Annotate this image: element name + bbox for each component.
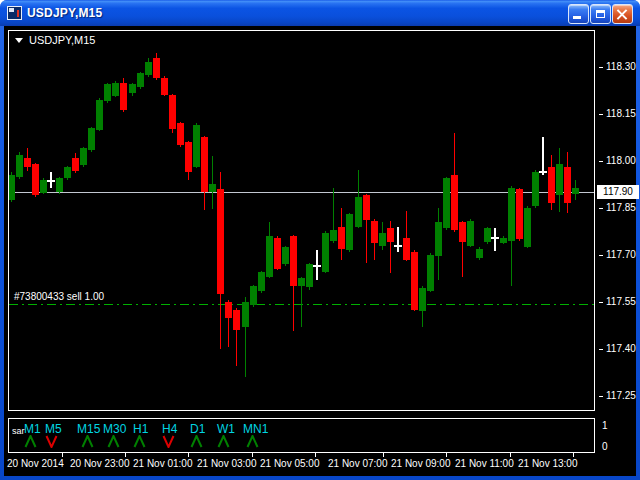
candle-body (427, 255, 434, 291)
candle-body (290, 236, 297, 286)
candle-body (500, 238, 507, 243)
time-axis-tick (125, 453, 126, 457)
candle-body (306, 264, 313, 287)
candle-body (24, 158, 31, 167)
candle-body (298, 278, 305, 286)
doji-bar (394, 245, 402, 247)
time-axis-label: 20 Nov 23:00 (70, 458, 130, 469)
candle-body (346, 214, 353, 250)
indicator-scale-bottom: 0 (602, 441, 608, 452)
candle-body (217, 189, 224, 294)
time-axis-label: 21 Nov 09:00 (391, 458, 451, 469)
signal-up-arrow-icon (133, 434, 146, 447)
candle-body (524, 208, 531, 247)
candle-body (258, 272, 265, 291)
candle-body (338, 227, 345, 249)
price-axis-label: 117.70 (606, 249, 640, 260)
current-price-line (9, 192, 594, 193)
close-button[interactable] (612, 4, 633, 24)
candle-body (572, 188, 579, 194)
maximize-icon (596, 10, 605, 18)
time-axis-tick (252, 453, 253, 457)
candle-body (225, 302, 232, 318)
candle-body (88, 128, 95, 150)
candle-body (443, 178, 450, 228)
candle-body (242, 302, 249, 327)
signal-down-arrow-icon (45, 434, 58, 447)
minimize-icon (573, 16, 581, 19)
window-title: USDJPY,M15 (27, 6, 102, 20)
candle-body (403, 238, 410, 260)
titlebar[interactable]: USDJPY,M15 (0, 0, 640, 26)
doji-candle (397, 227, 399, 252)
candle-body (371, 221, 378, 243)
maximize-button[interactable] (590, 4, 611, 24)
candle-body (516, 189, 523, 239)
price-axis-label: 117.55 (606, 296, 640, 307)
candle-body (72, 158, 79, 171)
signal-up-arrow-icon (107, 434, 120, 447)
time-axis-tick (573, 453, 574, 457)
chart-box: #73800433 sell 1.00 USDJPY,M15 (8, 30, 595, 411)
candle-body (185, 142, 192, 172)
candle-body (209, 184, 216, 192)
candle-body (32, 164, 39, 195)
price-axis-tick (599, 255, 603, 256)
time-axis-label: 21 Nov 13:00 (518, 458, 578, 469)
chevron-down-icon (15, 38, 23, 43)
signal-up-arrow-icon (81, 434, 94, 447)
candle-body (201, 137, 208, 192)
time-axis-tick (510, 453, 511, 457)
price-axis-tick (599, 114, 603, 115)
price-axis-tick (599, 161, 603, 162)
candle-body (419, 288, 426, 311)
candle-body (476, 249, 483, 258)
price-axis-label: 117.25 (606, 390, 640, 401)
price-axis-label: 118.00 (606, 155, 640, 166)
candle-body (274, 238, 281, 269)
indicator-scale-top: 1 (602, 420, 608, 431)
candle-body (508, 188, 515, 241)
candle-body (80, 148, 87, 165)
signal-up-arrow-icon (24, 434, 37, 447)
doji-bar (47, 180, 55, 182)
candle-body (484, 228, 491, 242)
time-axis-tick (62, 453, 63, 457)
candle-body (9, 175, 15, 200)
price-axis-label: 117.85 (606, 202, 640, 213)
time-axis-tick (315, 453, 316, 457)
candle-body (363, 195, 370, 220)
time-axis-label: 21 Nov 11:00 (455, 458, 514, 469)
time-axis-tick (188, 453, 189, 457)
doji-bar (491, 237, 499, 239)
price-axis-tick (599, 208, 603, 209)
indicator-panel: sar M1M5M15M30H1H4D1W1MN1 (8, 418, 595, 453)
candle-body (233, 310, 240, 330)
close-icon (616, 8, 629, 21)
symbol-overlay-label: USDJPY,M15 (29, 34, 95, 46)
candle-wick (212, 156, 213, 209)
chart-plot[interactable]: #73800433 sell 1.00 (9, 31, 594, 410)
candle-body (169, 95, 176, 129)
candle-body (411, 252, 418, 310)
candle-body (330, 230, 337, 241)
candle-body (556, 164, 563, 195)
candle-body (282, 247, 289, 264)
candle-body (129, 84, 136, 93)
candle-body (451, 175, 458, 230)
candle-body (193, 125, 200, 167)
doji-bar (539, 171, 547, 173)
price-axis-tick (599, 302, 603, 303)
price-axis-label: 118.30 (606, 61, 640, 72)
candle-body (112, 83, 119, 96)
price-axis-label: 118.15 (606, 108, 640, 119)
candle-body (96, 100, 103, 130)
time-axis-label: 20 Nov 2014 (7, 458, 64, 469)
time-axis-label: 21 Nov 05:00 (260, 458, 320, 469)
time-axis-label: 21 Nov 03:00 (197, 458, 257, 469)
current-price-label: 117.90 (597, 185, 639, 199)
indicator-name-label: sar (12, 426, 25, 436)
candle-body (387, 228, 394, 242)
minimize-button[interactable] (568, 4, 589, 24)
time-axis-tick (383, 453, 384, 457)
